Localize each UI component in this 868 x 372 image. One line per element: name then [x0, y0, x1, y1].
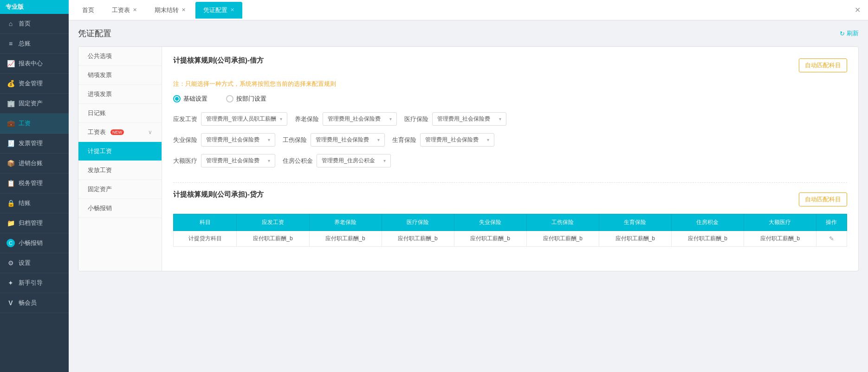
- nav-item-salary-table-label: 工资表: [88, 128, 106, 136]
- nav-item-journal[interactable]: 日记账: [78, 104, 162, 123]
- td-subject: 计提贷方科目: [174, 231, 237, 247]
- tab-voucher-config-label: 凭证配置: [203, 6, 227, 14]
- radio-basic[interactable]: 基础设置: [173, 95, 207, 103]
- select-housing-arrow: ▾: [383, 158, 386, 163]
- select-maternity[interactable]: 管理费用_社会保险费 ▾: [420, 133, 494, 147]
- assets-icon: 🏢: [6, 100, 15, 107]
- tab-period-close[interactable]: 期末结转 ✕: [147, 2, 194, 19]
- debit-auto-match-button[interactable]: 自动匹配科目: [799, 58, 847, 72]
- reports-icon: 📈: [6, 60, 15, 67]
- radio-dept-circle: [226, 95, 233, 103]
- th-unemployment: 失业保险: [454, 214, 526, 231]
- label-pension: 养老保险: [295, 115, 319, 123]
- field-salary: 应发工资 管理费用_管理人员职工薪酬 ▾: [173, 112, 287, 126]
- settings-icon: ⚙: [6, 259, 15, 267]
- select-salary-value: 管理费用_管理人员职工薪酬: [206, 115, 276, 123]
- sidebar-item-label: 资金管理: [19, 79, 43, 88]
- select-pension-arrow: ▾: [389, 116, 392, 122]
- table-header-row: 科目 应发工资 养老保险 医疗保险 失业保险 工伤保险 生育保险 住房积金 大额…: [174, 214, 847, 231]
- sidebar-item-archive[interactable]: 📁 归档管理: [0, 213, 69, 233]
- nav-item-calc-salary-label: 计提工资: [88, 147, 112, 155]
- page-content: 凭证配置 ↻ 刷新 公共选项 销项发票 进项发票 日记账: [69, 20, 868, 372]
- page-header: 凭证配置 ↻ 刷新: [78, 28, 859, 39]
- sidebar-item-label: 首页: [19, 19, 31, 28]
- select-housing-value: 管理费用_住房公积金: [322, 157, 375, 165]
- label-housing: 住房公积金: [283, 157, 313, 165]
- td-action[interactable]: ✎: [816, 231, 847, 247]
- select-unemployment-arrow: ▾: [268, 137, 270, 142]
- sidebar-item-label: 发票管理: [19, 139, 43, 148]
- sidebar-item-funds[interactable]: 💰 资金管理: [0, 74, 69, 94]
- sidebar-item-close[interactable]: 🔒 结账: [0, 193, 69, 213]
- nav-item-pay-salary[interactable]: 发放工资: [78, 161, 162, 180]
- select-unemployment[interactable]: 管理费用_社会保险费 ▾: [201, 133, 275, 147]
- tab-period-close-label: 期末结转: [155, 6, 179, 14]
- tab-salary-table-label: 工资表: [112, 6, 130, 14]
- select-major-medical[interactable]: 管理费用_社会保险费 ▾: [201, 154, 275, 167]
- radio-dept-label: 按部门设置: [236, 95, 266, 103]
- credit-section: 计提核算规则(公司承担)-贷方 自动匹配科目 科目 应发工资 养老保险 医疗保险…: [173, 190, 847, 247]
- row-edit-icon[interactable]: ✎: [829, 235, 834, 242]
- select-salary[interactable]: 管理费用_管理人员职工薪酬 ▾: [201, 112, 287, 126]
- sidebar-item-assets[interactable]: 🏢 固定资产: [0, 94, 69, 114]
- select-injury[interactable]: 管理费用_社会保险费 ▾: [311, 133, 385, 147]
- radio-basic-label: 基础设置: [183, 95, 207, 103]
- nav-item-calc-salary[interactable]: 计提工资: [78, 142, 162, 161]
- section-divider: [173, 182, 847, 183]
- sidebar-item-invoice[interactable]: 🧾 发票管理: [0, 134, 69, 154]
- select-medical[interactable]: 管理费用_社会保险费 ▾: [432, 112, 506, 126]
- nav-item-fixed-assets[interactable]: 固定资产: [78, 180, 162, 199]
- nav-item-xiaochang-expense[interactable]: 小畅报销: [78, 199, 162, 218]
- label-major-medical: 大额医疗: [173, 157, 197, 165]
- sidebar-item-settings[interactable]: ⚙ 设置: [0, 253, 69, 273]
- sidebar-item-home[interactable]: ⌂ 首页: [0, 14, 69, 34]
- nav-item-salary-table[interactable]: 工资表 NEW ∨: [78, 123, 162, 142]
- table-row: 计提贷方科目 应付职工薪酬_b 应付职工薪酬_b 应付职工薪酬_b 应付职工薪酬…: [174, 231, 847, 247]
- new-badge: NEW: [110, 129, 124, 135]
- sidebar-item-tax[interactable]: 📋 税务管理: [0, 173, 69, 193]
- sidebar-item-guide[interactable]: ✦ 新手引导: [0, 273, 69, 293]
- tab-salary-table-close[interactable]: ✕: [133, 7, 137, 13]
- tab-home[interactable]: 首页: [74, 2, 102, 19]
- tab-period-close-close[interactable]: ✕: [181, 7, 186, 13]
- label-maternity: 生育保险: [392, 136, 416, 144]
- page-close-button[interactable]: ✕: [853, 4, 862, 16]
- credit-auto-match-button[interactable]: 自动匹配科目: [799, 192, 847, 206]
- salary-icon: 💼: [6, 120, 15, 127]
- label-medical: 医疗保险: [404, 115, 428, 123]
- sidebar-item-salary[interactable]: 💼 工资: [0, 114, 69, 134]
- tab-home-label: 首页: [82, 6, 94, 14]
- nav-item-purchase-invoice[interactable]: 进项发票: [78, 85, 162, 104]
- sidebar-item-reports[interactable]: 📈 报表中心: [0, 54, 69, 74]
- nav-item-public[interactable]: 公共选项: [78, 47, 162, 66]
- label-injury: 工伤保险: [283, 136, 307, 144]
- select-pension[interactable]: 管理费用_社会保险费 ▾: [323, 112, 397, 126]
- refresh-icon: ↻: [840, 30, 845, 37]
- sidebar-item-inventory[interactable]: 📦 进销台账: [0, 154, 69, 173]
- td-maternity: 应付职工薪酬_b: [599, 231, 671, 247]
- th-injury: 工伤保险: [526, 214, 599, 231]
- tab-voucher-config-close[interactable]: ✕: [230, 7, 234, 13]
- sidebar-item-label: 设置: [19, 259, 31, 267]
- sidebar-item-member[interactable]: V 畅会员: [0, 293, 69, 313]
- th-salary: 应发工资: [237, 214, 309, 231]
- sidebar: 专业版 ⌂ 首页 ≡ 总账 📈 报表中心 💰 资金管理 🏢 固定资产 💼 工资 …: [0, 0, 69, 372]
- select-housing[interactable]: 管理费用_住房公积金 ▾: [317, 154, 391, 167]
- sidebar-item-ledger[interactable]: ≡ 总账: [0, 34, 69, 54]
- refresh-button[interactable]: ↻ 刷新: [840, 29, 859, 38]
- nav-item-xiaochang-expense-label: 小畅报销: [88, 204, 112, 212]
- tab-voucher-config[interactable]: 凭证配置 ✕: [195, 2, 242, 19]
- radio-basic-circle: [173, 95, 181, 103]
- funds-icon: 💰: [6, 80, 15, 87]
- radio-dept[interactable]: 按部门设置: [226, 95, 266, 103]
- sidebar-header: 专业版: [0, 0, 69, 14]
- nav-item-sales-invoice[interactable]: 销项发票: [78, 66, 162, 85]
- home-icon: ⌂: [6, 20, 15, 27]
- tab-salary-table[interactable]: 工资表 ✕: [104, 2, 145, 19]
- main-area: 首页 工资表 ✕ 期末结转 ✕ 凭证配置 ✕ ✕ 凭证配置 ↻ 刷新: [69, 0, 868, 372]
- brand-label: 专业版: [6, 3, 24, 11]
- guide-icon: ✦: [6, 279, 15, 287]
- sidebar-item-xiaochang[interactable]: C 小畅报销: [0, 233, 69, 253]
- th-maternity: 生育保险: [599, 214, 671, 231]
- field-medical: 医疗保险 管理费用_社会保险费 ▾: [404, 112, 506, 126]
